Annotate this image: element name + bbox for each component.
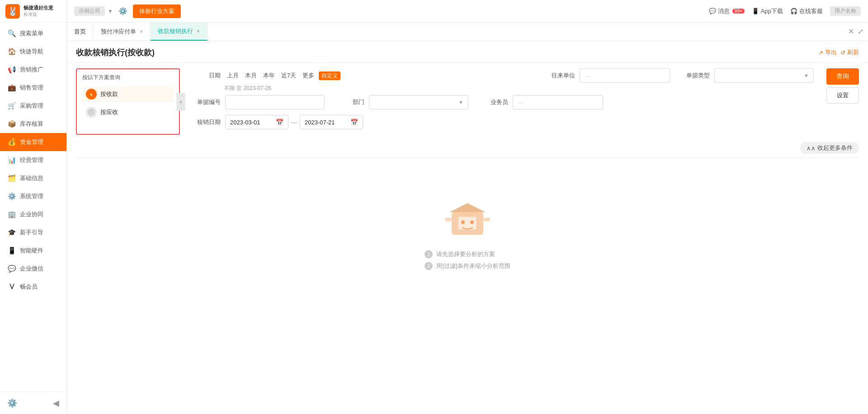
sidebar-item-sales[interactable]: 💼 销售管理	[0, 79, 66, 97]
bill-type-label: 单据类型	[678, 71, 710, 80]
sidebar-item-search[interactable]: 🔍 搜索菜单	[0, 24, 66, 43]
svg-text:⏱: ⏱	[90, 110, 94, 115]
logo-text: 畅捷通好生意 标准版	[24, 5, 53, 18]
verify-date-start-val: 2023-03-01	[230, 119, 260, 126]
company-selector[interactable]: 示例公司 ▼	[74, 6, 113, 16]
guide-icon: 🎓	[7, 228, 16, 237]
dots-icon: ···	[585, 72, 590, 79]
sidebar-item-finance[interactable]: 💰 资金管理	[0, 133, 66, 151]
sidebar-item-purchase[interactable]: 🛒 采购管理	[0, 97, 66, 115]
sidebar-item-label: 经营管理	[20, 156, 43, 164]
collapse-filter-btn[interactable]: «	[176, 93, 185, 111]
topbar-gear-icon[interactable]: ⚙️	[118, 7, 127, 15]
sidebar-item-label: 库存核算	[20, 120, 43, 128]
export-label: 导出	[825, 48, 837, 57]
app-download-btn[interactable]: 📱 App下载	[752, 7, 783, 15]
settings-footer-icon[interactable]: ⚙️	[7, 398, 17, 408]
topbar: 示例公司 ▼ ⚙️ 体验行业方案 💬 消息 99+ 📱 App下载 🎧 在线客服…	[67, 0, 868, 23]
date-7days[interactable]: 近7天	[279, 71, 298, 81]
bill-type-dropdown-icon: ▼	[804, 73, 809, 78]
tab-receivable[interactable]: 收款核销执行 ×	[151, 23, 208, 41]
svg-rect-10	[483, 218, 490, 221]
tab-prepay-close[interactable]: ×	[140, 29, 143, 35]
date-cur-year[interactable]: 本年	[261, 71, 277, 81]
export-btn[interactable]: ↗ 导出	[818, 48, 837, 57]
sidebar-item-member[interactable]: Ⅴ 畅会员	[0, 278, 66, 296]
sidebar-item-guide[interactable]: 🎓 新手引导	[0, 224, 66, 242]
verify-date-end[interactable]: 2023-07-21 📅	[300, 115, 363, 129]
filter-panel: 按以下方案查询 ¥ 按收款 ⏱ 按应收 «	[67, 63, 868, 140]
company-dropdown-icon[interactable]: ▼	[108, 8, 113, 14]
counterpart-input[interactable]: ···	[580, 68, 670, 83]
sidebar-item-operation[interactable]: 📊 经营管理	[0, 151, 66, 169]
date-cur-month[interactable]: 本月	[243, 71, 259, 81]
messages-btn[interactable]: 💬 消息 99+	[709, 7, 745, 15]
sidebar-item-marketing[interactable]: 📢 营销推广	[0, 61, 66, 79]
collapse-sidebar-icon[interactable]: ◀	[53, 398, 59, 408]
close-all-tabs-icon[interactable]: ✕	[848, 27, 854, 36]
date-separator: —	[291, 119, 297, 126]
dept-dropdown-icon: ▼	[458, 100, 463, 105]
filter-left-title: 按以下方案查询	[82, 74, 174, 81]
tab-home-label: 首页	[74, 28, 86, 36]
dept-select[interactable]: ▼	[369, 95, 468, 109]
sidebar-item-hardware[interactable]: 📱 智能硬件	[0, 242, 66, 260]
date-label: 日期	[189, 71, 221, 80]
refresh-label: 刷新	[847, 48, 859, 57]
filter-option-receivable[interactable]: ⏱ 按应收	[82, 104, 174, 120]
sidebar-item-enterprise[interactable]: 🏢 企业协同	[0, 205, 66, 224]
service-icon: 🎧	[790, 8, 797, 14]
sidebar-item-inventory[interactable]: 📦 库存核算	[0, 115, 66, 133]
sidebar-item-label: 基础信息	[20, 174, 43, 182]
counterpart-label: 往来单位	[507, 71, 575, 80]
sidebar-item-basic[interactable]: 🗂️ 基础信息	[0, 169, 66, 187]
verify-date-start-cal[interactable]: 📅	[276, 119, 283, 126]
sidebar: 🐰 畅捷通好生意 标准版 🔍 搜索菜单 🏠 快捷导航 📢 营销推广 💼 销售管理…	[0, 0, 67, 414]
topbar-left: 示例公司 ▼ ⚙️ 体验行业方案	[74, 5, 181, 18]
tab-prepay[interactable]: 预付冲应付单 ×	[94, 23, 151, 41]
query-btn[interactable]: 查询	[826, 68, 859, 85]
sidebar-nav: 🔍 搜索菜单 🏠 快捷导航 📢 营销推广 💼 销售管理 🛒 采购管理 📦 库存核…	[0, 23, 66, 391]
verify-date-start[interactable]: 2023-03-01 📅	[225, 115, 288, 129]
finance-icon: 💰	[7, 138, 16, 147]
receivable-option-icon: ⏱	[86, 107, 97, 118]
verify-date-end-cal[interactable]: 📅	[350, 119, 358, 126]
staff-label: 业务员	[476, 98, 508, 106]
sidebar-item-system[interactable]: ⚙️ 系统管理	[0, 187, 66, 205]
collapse-more-btn[interactable]: ∧∧ 收起更多条件	[800, 142, 859, 154]
sidebar-item-wechat[interactable]: 💬 企业微信	[0, 260, 66, 278]
refresh-icon: ↺	[840, 49, 845, 56]
online-service-label: 在线客服	[799, 7, 823, 15]
verify-date-end-val: 2023-07-21	[305, 119, 335, 126]
collapse-more-label: 收起更多条件	[817, 144, 853, 152]
bill-type-select[interactable]: ▼	[714, 68, 814, 83]
tab-receivable-close[interactable]: ×	[197, 28, 200, 34]
tab-home[interactable]: 首页	[67, 23, 94, 41]
purchase-icon: 🛒	[7, 101, 16, 110]
sidebar-item-label: 搜索菜单	[20, 29, 43, 38]
bill-no-input[interactable]	[225, 95, 325, 109]
filter-option-receipt[interactable]: ¥ 按收款	[82, 86, 174, 102]
date-more[interactable]: 更多	[301, 71, 316, 81]
sidebar-item-label: 营销推广	[20, 66, 43, 74]
date-prev-month[interactable]: 上月	[225, 71, 241, 81]
sidebar-item-quicknav[interactable]: 🏠 快捷导航	[0, 43, 66, 61]
operation-icon: 📊	[7, 156, 16, 165]
expand-tabs-icon[interactable]: ⤢	[858, 27, 863, 36]
date-custom-badge[interactable]: 自定义	[319, 71, 340, 80]
message-icon: 💬	[709, 8, 716, 14]
collapse-icon: «	[179, 99, 183, 105]
wechat-icon: 💬	[7, 264, 16, 273]
staff-input[interactable]: ···	[513, 95, 603, 109]
enterprise-icon: 🏢	[7, 210, 16, 219]
empty-state: 1 请先选择要分析的方案 2 用[过滤]条件来缩小分析范围	[67, 158, 868, 308]
home-icon: 🏠	[7, 47, 16, 56]
verify-date-range: 2023-03-01 📅 — 2023-07-21 📅	[225, 115, 363, 129]
user-avatar[interactable]: 用户名称	[830, 6, 861, 16]
refresh-btn[interactable]: ↺ 刷新	[840, 48, 859, 57]
online-service-btn[interactable]: 🎧 在线客服	[790, 7, 823, 15]
main-content: 示例公司 ▼ ⚙️ 体验行业方案 💬 消息 99+ 📱 App下载 🎧 在线客服…	[67, 0, 868, 414]
filter-settings-btn[interactable]: 设置	[826, 87, 859, 104]
filter-form-area: 日期 上月 本月 本年 近7天 更多 自定义 往来单位 ·	[189, 68, 859, 135]
industry-btn[interactable]: 体验行业方案	[133, 5, 181, 18]
